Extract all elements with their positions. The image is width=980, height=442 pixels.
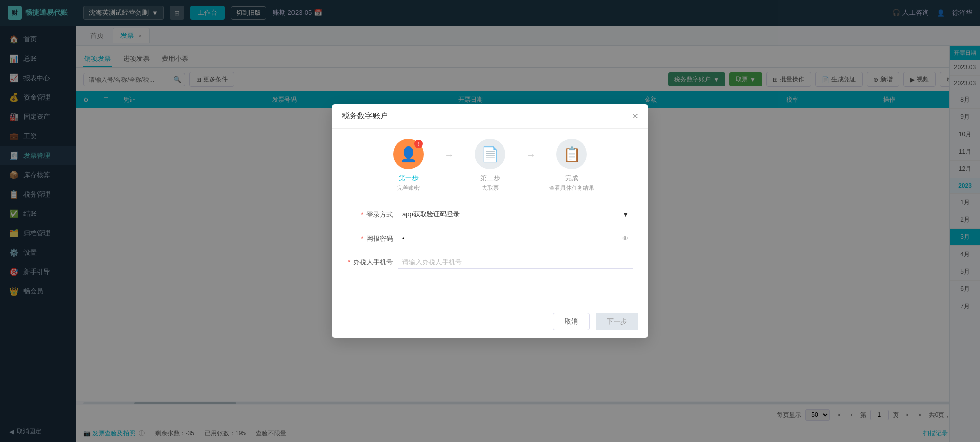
step-3-clipboard-icon: 📋 bbox=[563, 146, 581, 163]
required-mark: * bbox=[361, 211, 363, 218]
password-row: * 网报密码 👁 bbox=[347, 232, 633, 245]
dialog-title: 税务数字账户 bbox=[342, 111, 388, 121]
step-1-icon: 👤 ! bbox=[393, 139, 424, 169]
phone-input[interactable] bbox=[398, 256, 633, 269]
tax-digital-dialog: 税务数字账户 × 👤 ! 第一步 完善账密 → bbox=[332, 104, 648, 338]
phone-row: * 办税人手机号 bbox=[347, 256, 633, 269]
steps: 👤 ! 第一步 完善账密 → 📄 第二步 去取票 → bbox=[347, 139, 633, 192]
dialog-header: 税务数字账户 × bbox=[332, 104, 648, 129]
dialog-overlay: 税务数字账户 × 👤 ! 第一步 完善账密 → bbox=[0, 0, 980, 442]
login-method-label: * 登录方式 bbox=[347, 210, 393, 219]
next-button[interactable]: 下一步 bbox=[596, 313, 638, 330]
dialog-close-button[interactable]: × bbox=[632, 112, 638, 121]
step-2-title: 第二步 bbox=[480, 174, 500, 183]
eye-toggle-icon[interactable]: 👁 bbox=[622, 235, 633, 242]
login-method-select[interactable]: app获取验证码登录 ▼ bbox=[398, 207, 633, 222]
dialog-body: 👤 ! 第一步 完善账密 → 📄 第二步 去取票 → bbox=[332, 129, 648, 305]
step-2-icon: 📄 bbox=[475, 139, 505, 169]
step-1-desc: 完善账密 bbox=[397, 184, 420, 192]
required-mark-2: * bbox=[361, 235, 363, 242]
step-1-title: 第一步 bbox=[399, 174, 419, 183]
required-mark-3: * bbox=[348, 258, 350, 266]
dialog-footer: 取消 下一步 bbox=[332, 305, 648, 338]
password-label: * 网报密码 bbox=[347, 234, 393, 243]
cancel-button[interactable]: 取消 bbox=[553, 313, 590, 330]
select-chevron-icon: ▼ bbox=[622, 211, 629, 218]
step-1-avatar-icon: 👤 bbox=[400, 146, 418, 163]
step-arrow-2: → bbox=[521, 139, 541, 161]
step-2: 📄 第二步 去取票 bbox=[459, 139, 521, 192]
form-spacer bbox=[347, 279, 633, 300]
step-3-title: 完成 bbox=[565, 174, 578, 183]
password-field-wrap: 👁 bbox=[398, 232, 633, 245]
step-3-desc: 查看具体任务结果 bbox=[549, 184, 594, 192]
password-input[interactable] bbox=[398, 232, 622, 245]
phone-label: * 办税人手机号 bbox=[347, 258, 393, 267]
step-3-icon: 📋 bbox=[556, 139, 587, 169]
step-1-badge: ! bbox=[414, 140, 423, 148]
step-1: 👤 ! 第一步 完善账密 bbox=[378, 139, 439, 192]
step-arrow-1: → bbox=[439, 139, 459, 161]
step-2-desc: 去取票 bbox=[482, 184, 499, 192]
login-method-row: * 登录方式 app获取验证码登录 ▼ bbox=[347, 207, 633, 222]
step-3: 📋 完成 查看具体任务结果 bbox=[541, 139, 602, 192]
step-2-doc-icon: 📄 bbox=[481, 146, 499, 163]
